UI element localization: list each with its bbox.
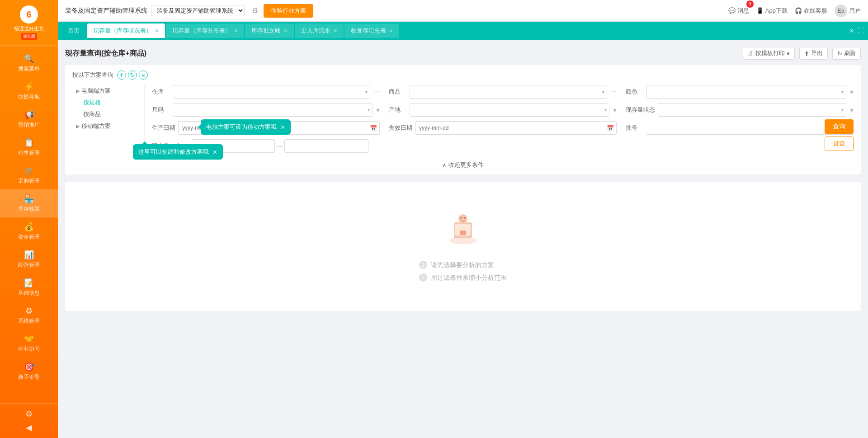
hint-text-2: 用过滤条件来缩小分析范围 [431, 271, 507, 284]
scheme-desktop[interactable]: ▶ 电脑端方案 [72, 85, 139, 97]
warehouse-select-wrap [173, 85, 370, 99]
app-download-item[interactable]: 📱 App下载 [756, 7, 788, 15]
page-content: 现存量查询(按仓库+商品) 🖨 按模板打印 ▾ ⬆ 导出 ↻ 刷新 [58, 40, 868, 438]
goods-select[interactable] [410, 85, 607, 99]
sidebar-item-system[interactable]: ⚙ 系统管理 [0, 301, 58, 330]
print-button[interactable]: 🖨 按模板打印 ▾ [743, 47, 795, 60]
size-select[interactable] [173, 103, 373, 117]
tab-close-icon[interactable]: ✕ [283, 28, 288, 34]
empty-hint-2: 2 用过滤条件来缩小分析范围 [419, 271, 507, 284]
tab-inout-flow[interactable]: 出入库流水 ✕ [295, 24, 344, 38]
calendar-icon2: 📅 [607, 125, 614, 132]
query-label: 按以下方案查询 [72, 71, 113, 79]
goods-dots[interactable]: ··· [611, 88, 617, 96]
user-item[interactable]: Ea 用户 [835, 5, 861, 17]
settings-icon[interactable]: ⚙ [252, 6, 258, 15]
color-select[interactable] [646, 85, 846, 99]
stock-status-field: 现存量状态 ▾ [626, 103, 854, 117]
sidebar-item-inventory[interactable]: 🏪 库存核算 [0, 189, 58, 217]
add-scheme-btn[interactable]: + [117, 71, 126, 80]
batch-label: 批号 [626, 124, 644, 132]
sidebar-item-basic[interactable]: 📝 基础信息 [0, 273, 58, 301]
export-button[interactable]: ⬆ 导出 [799, 47, 828, 60]
back-btn[interactable]: « [139, 71, 148, 80]
tab-batch-account[interactable]: 库存批次账 ✕ [245, 24, 294, 38]
sidebar-item-quick[interactable]: ⚡ 快捷导航 [0, 77, 58, 105]
size-field: 尺码 ▾ [152, 103, 380, 117]
online-service-item[interactable]: 🎧 在线客服 [795, 7, 827, 15]
refresh-scheme-btn[interactable]: ↻ [128, 71, 137, 80]
settings-bottom-icon[interactable]: ⚙ [25, 409, 33, 419]
sidebar-item-search[interactable]: 🔍 搜索菜单 [0, 49, 58, 77]
origin-select[interactable] [410, 103, 609, 117]
tooltip2-close[interactable]: ✕ [212, 149, 217, 155]
sidebar-item-management[interactable]: 📊 经营管理 [0, 245, 58, 273]
reset-button[interactable]: 设置 [825, 137, 854, 151]
sales-icon: 📋 [24, 138, 34, 148]
solution-button[interactable]: 体验行业方案 [264, 4, 313, 18]
size-arrow: ▾ [376, 106, 380, 114]
hint-text-1: 请先选择要分析的方案 [431, 259, 494, 271]
system-select[interactable]: 装备及固定资产辅助管理系统 [151, 5, 245, 16]
sidebar-item-purchase[interactable]: 🛒 采购管理 [0, 161, 58, 189]
sidebar-item-marketing[interactable]: 📢 营销推广 [0, 105, 58, 133]
tab-inventory-status[interactable]: 现存量（库存状况表） ✕ [87, 24, 165, 38]
sidebar-item-label: 经营管理 [18, 261, 40, 269]
sidebar-item-label: 基础信息 [18, 289, 40, 297]
tab-collect-summary[interactable]: 收发存汇总表 ✕ [344, 24, 399, 38]
hint-num-2: 2 [419, 273, 427, 282]
fullscreen-icon[interactable]: ⛶ [858, 27, 864, 34]
logo-icon: 6 [20, 5, 38, 24]
collapse-label: 收起更多条件 [448, 161, 484, 169]
tooltip1-close[interactable]: ✕ [280, 124, 285, 131]
user-avatar: Ea [835, 5, 847, 17]
query-button[interactable]: 查询 [825, 119, 854, 134]
sidebar-item-label: 资金管理 [18, 233, 40, 241]
tab-home[interactable]: 首页 [61, 24, 86, 38]
color-dots[interactable]: ▾ [850, 88, 854, 96]
sidebar-item-finance[interactable]: 💰 资金管理 [0, 217, 58, 245]
close-all-icon[interactable]: ✕ [849, 27, 854, 34]
exp-date-input[interactable] [415, 121, 617, 135]
scheme-sub-item-spec[interactable]: 按规格 [80, 97, 139, 108]
color-select-wrap [646, 85, 846, 99]
warehouse-dots[interactable]: ··· [374, 88, 380, 96]
message-label: 消息 [737, 7, 749, 15]
tab-close-icon[interactable]: ✕ [389, 28, 393, 34]
batch-input[interactable] [646, 121, 854, 135]
topbar: 装备及固定资产辅助管理系统 装备及固定资产辅助管理系统 ⚙ 体验行业方案 💬 消… [58, 0, 868, 22]
goods-field: 商品 ··· [389, 85, 617, 99]
topbar-title: 装备及固定资产辅助管理系统 装备及固定资产辅助管理系统 ⚙ [65, 5, 258, 16]
management-icon: 📊 [24, 250, 34, 260]
basic-icon: 📝 [24, 278, 34, 288]
tab-close-icon[interactable]: ✕ [234, 28, 238, 34]
sidebar-item-enterprise[interactable]: 🤝 企业协同 [0, 330, 58, 358]
size-label: 尺码 [152, 106, 170, 114]
tab-close-icon[interactable]: ✕ [155, 28, 159, 34]
scheme-mobile[interactable]: ▶ 移动端方案 [72, 120, 139, 132]
calendar-icon: 📅 [370, 125, 377, 132]
sidebar-item-label: 营销推广 [18, 121, 40, 129]
svg-point-4 [460, 217, 462, 219]
sidebar-bottom: ⚙ ◀ [0, 403, 58, 438]
filter-row-2: 尺码 ▾ 产地 [152, 103, 854, 117]
filter-area: 按以下方案查询 + ↻ « 电脑方案可设为移动方案哦 ✕ 这里可以创建和修改方案… [65, 65, 861, 174]
tab-inventory-dist[interactable]: 现存量（库存分布表） ✕ [166, 24, 244, 38]
quick-icon: ⚡ [24, 82, 34, 92]
refresh-label: 刷新 [844, 49, 856, 57]
scheme-sub-item-goods[interactable]: 按商品 [80, 108, 139, 120]
collapse-sidebar-icon[interactable]: ◀ [26, 423, 32, 433]
scheme-sub-spec-label: 按规格 [83, 99, 101, 107]
sidebar-item-sales[interactable]: 📋 销售管理 [0, 133, 58, 161]
stock-status-select[interactable] [658, 103, 846, 117]
sidebar-item-guide[interactable]: 🎯 新手引导 [0, 358, 58, 386]
message-item[interactable]: 💬 消息 9 [728, 7, 749, 15]
warehouse-select[interactable] [173, 85, 370, 99]
tab-close-icon[interactable]: ✕ [333, 28, 337, 34]
tab-label: 出入库流水 [301, 27, 330, 35]
qty-max-input[interactable] [284, 139, 368, 153]
refresh-button[interactable]: ↻ 刷新 [832, 47, 861, 60]
sidebar-nav: 🔍 搜索菜单 ⚡ 快捷导航 📢 营销推广 📋 销售管理 🛒 采购管理 🏪 库存核… [0, 46, 58, 403]
scheme-desktop-label: 电脑端方案 [81, 87, 111, 95]
sidebar-item-label: 企业协同 [18, 345, 40, 353]
